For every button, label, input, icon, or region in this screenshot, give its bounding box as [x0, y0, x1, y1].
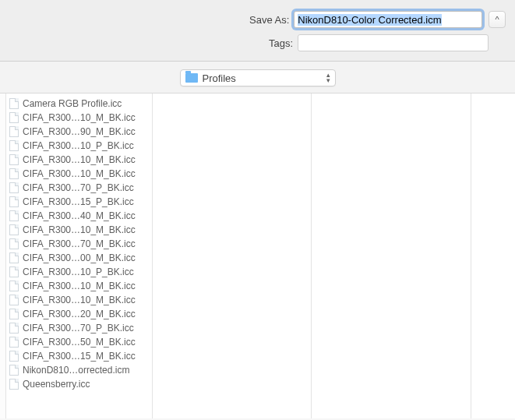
file-icon [9, 168, 19, 179]
list-item[interactable]: CIFA_R300…10_M_BK.icc [6, 223, 152, 237]
file-icon [9, 98, 19, 109]
file-name: CIFA_R300…70_P_BK.icc [23, 323, 134, 334]
file-icon [9, 210, 19, 221]
file-icon [9, 224, 19, 235]
file-name: CIFA_R300…10_M_BK.icc [23, 112, 136, 123]
file-name: Queensberry.icc [23, 379, 90, 390]
file-name: CIFA_R300…10_P_BK.icc [23, 266, 134, 277]
list-item[interactable]: NikonD810…orrected.icm [6, 363, 152, 377]
tags-label: Tags: [9, 37, 298, 49]
file-name: CIFA_R300…15_P_BK.icc [23, 196, 134, 207]
save-dialog-header: Save As: ^ Tags: [0, 0, 515, 62]
file-name: CIFA_R300…50_M_BK.icc [23, 337, 136, 348]
column-empty-2[interactable] [312, 94, 471, 418]
file-name: NikonD810…orrected.icm [23, 365, 129, 376]
file-icon [9, 154, 19, 165]
file-icon [9, 309, 19, 319]
list-item[interactable]: CIFA_R300…10_P_BK.icc [6, 265, 152, 279]
column-files[interactable]: Camera RGB Profile.iccCIFA_R300…10_M_BK.… [6, 94, 153, 418]
file-name: Camera RGB Profile.icc [23, 98, 122, 109]
list-item[interactable]: CIFA_R300…10_M_BK.icc [6, 153, 152, 167]
save-as-input[interactable] [294, 11, 482, 28]
file-icon [9, 252, 19, 263]
expand-collapse-button[interactable]: ^ [489, 11, 506, 28]
file-name: CIFA_R300…15_M_BK.icc [23, 351, 136, 362]
column-empty-1[interactable] [153, 94, 312, 418]
location-folder-name: Profiles [203, 72, 326, 84]
location-bar: Profiles ▴ ▾ [0, 62, 515, 94]
file-name: CIFA_R300…90_M_BK.icc [23, 126, 136, 137]
file-icon [9, 351, 19, 362]
list-item[interactable]: CIFA_R300…70_M_BK.icc [6, 237, 152, 251]
list-item[interactable]: CIFA_R300…10_M_BK.icc [6, 167, 152, 181]
save-as-label: Save As: [9, 14, 294, 26]
folder-icon [185, 73, 198, 83]
file-name: CIFA_R300…10_P_BK.icc [23, 140, 134, 151]
file-name: CIFA_R300…00_M_BK.icc [23, 252, 136, 263]
file-name: CIFA_R300…10_M_BK.icc [23, 168, 136, 179]
tags-input[interactable] [298, 34, 489, 51]
list-item[interactable]: CIFA_R300…10_M_BK.icc [6, 293, 152, 307]
file-icon [9, 126, 19, 137]
list-item[interactable]: CIFA_R300…40_M_BK.icc [6, 209, 152, 223]
file-icon [9, 281, 19, 291]
file-icon [9, 112, 19, 123]
list-item[interactable]: CIFA_R300…20_M_BK.icc [6, 307, 152, 321]
column-browser: Camera RGB Profile.iccCIFA_R300…10_M_BK.… [0, 94, 515, 418]
list-item[interactable]: CIFA_R300…15_M_BK.icc [6, 349, 152, 363]
column-prev[interactable] [0, 94, 6, 418]
file-name: CIFA_R300…10_M_BK.icc [23, 224, 136, 235]
file-icon [9, 323, 19, 334]
file-name: CIFA_R300…10_M_BK.icc [23, 154, 136, 165]
list-item[interactable]: CIFA_R300…70_P_BK.icc [6, 321, 152, 335]
file-icon [9, 140, 19, 151]
list-item[interactable]: CIFA_R300…10_M_BK.icc [6, 111, 152, 125]
file-name: CIFA_R300…70_M_BK.icc [23, 238, 136, 249]
dropdown-arrows-icon: ▴ ▾ [326, 72, 330, 83]
file-name: CIFA_R300…20_M_BK.icc [23, 309, 136, 319]
list-item[interactable]: CIFA_R300…15_P_BK.icc [6, 195, 152, 209]
list-item[interactable]: CIFA_R300…10_P_BK.icc [6, 139, 152, 153]
list-item[interactable]: CIFA_R300…10_M_BK.icc [6, 279, 152, 293]
file-icon [9, 266, 19, 277]
file-name: CIFA_R300…40_M_BK.icc [23, 210, 136, 221]
file-name: CIFA_R300…10_M_BK.icc [23, 281, 136, 291]
list-item[interactable]: CIFA_R300…00_M_BK.icc [6, 251, 152, 265]
list-item[interactable]: CIFA_R300…90_M_BK.icc [6, 125, 152, 139]
list-item[interactable]: Queensberry.icc [6, 377, 152, 391]
file-icon [9, 182, 19, 193]
file-icon [9, 379, 19, 390]
file-name: CIFA_R300…10_M_BK.icc [23, 295, 136, 305]
list-item[interactable]: CIFA_R300…70_P_BK.icc [6, 181, 152, 195]
location-dropdown[interactable]: Profiles ▴ ▾ [180, 69, 336, 86]
list-item[interactable]: CIFA_R300…50_M_BK.icc [6, 335, 152, 349]
list-item[interactable]: Camera RGB Profile.icc [6, 97, 152, 111]
file-icon [9, 295, 19, 305]
file-name: CIFA_R300…70_P_BK.icc [23, 182, 134, 193]
column-empty-3[interactable] [471, 94, 515, 418]
file-icon [9, 337, 19, 348]
file-icon [9, 196, 19, 207]
file-icon [9, 238, 19, 249]
file-icon [9, 365, 19, 376]
